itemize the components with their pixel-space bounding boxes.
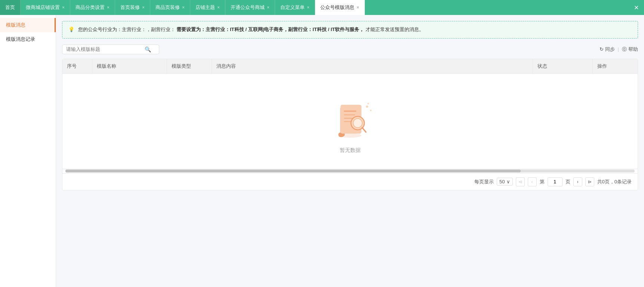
page-size-chevron: ∨ (506, 179, 510, 184)
nav-tab-open-mall[interactable]: 开通公众号商城 × (225, 0, 275, 15)
page-next-button[interactable]: › (573, 177, 582, 186)
empty-illustration (328, 96, 373, 141)
light-icon: 💡 (68, 27, 74, 32)
nav-tab-template-msg[interactable]: 公众号模版消息 × (315, 0, 365, 15)
data-table: 序号 模版名称 模版类型 消息内容 状态 操作 (62, 59, 638, 190)
nav-tab-open-mall-label: 开通公众号商城 (231, 4, 265, 11)
top-nav: 首页 微商城店铺设置 × 商品分类设置 × 首页装修 × 商品页装修 × 店铺主… (0, 0, 644, 15)
main-layout: 模版消息 模版消息记录 💡 您的公众号行业为：主营行业：，副营行业： 需要设置为… (0, 15, 644, 287)
sidebar-item-template-msg-records[interactable]: 模版消息记录 (0, 32, 56, 46)
empty-text: 暂无数据 (340, 147, 361, 154)
col-header-type: 模版类型 (167, 59, 212, 73)
sync-icon: ↻ (600, 46, 604, 52)
close-theme[interactable]: × (217, 5, 220, 10)
col-header-status: 状态 (533, 59, 593, 73)
sidebar: 模版消息 模版消息记录 (0, 15, 56, 287)
page-size-value: 50 (499, 179, 505, 184)
sync-button[interactable]: ↻ 同步 (600, 46, 615, 53)
nav-tab-home[interactable]: 首页 (0, 0, 21, 15)
nav-tab-home-decor-label: 首页装修 (120, 4, 140, 11)
scrollbar-track (65, 170, 635, 172)
toolbar-divider: | (618, 46, 619, 52)
sync-label: 同步 (605, 46, 615, 53)
search-input-wrap[interactable]: 🔍 (62, 45, 159, 54)
close-store-settings[interactable]: × (62, 5, 65, 10)
page-size-select[interactable]: 50 ∨ (497, 178, 512, 186)
svg-point-8 (366, 106, 368, 108)
help-label: 帮助 (628, 46, 638, 53)
page-first-button[interactable]: ⊲ (516, 177, 525, 186)
empty-state: 暂无数据 (62, 74, 638, 169)
nav-tab-product-decor-label: 商品页装修 (155, 4, 180, 11)
nav-tab-theme[interactable]: 店铺主题 × (190, 0, 225, 15)
close-home-decor[interactable]: × (142, 5, 145, 10)
sidebar-item-template-msg-label: 模版消息 (6, 22, 25, 28)
notice-banner: 💡 您的公众号行业为：主营行业：，副营行业： 需要设置为：主营行业：IT科技 /… (62, 21, 638, 39)
search-icon[interactable]: 🔍 (145, 46, 151, 52)
close-product-decor[interactable]: × (182, 5, 185, 10)
page-size-label: 每页显示 (474, 178, 494, 185)
scrollbar-thumb[interactable] (65, 170, 521, 172)
nav-tab-store-settings-label: 微商城店铺设置 (26, 4, 60, 11)
close-category[interactable]: × (107, 5, 110, 10)
close-open-mall[interactable]: × (267, 5, 269, 10)
horizontal-scrollbar[interactable] (62, 169, 638, 173)
page-prev-button[interactable]: ‹ (528, 177, 537, 186)
notice-highlight: 需要设置为：主营行业：IT科技 / 互联网|电子商务，副营行业：IT科技 / I… (176, 27, 364, 32)
nav-tab-home-decor[interactable]: 首页装修 × (115, 0, 150, 15)
notice-prefix: 您的公众号行业为：主营行业：，副营行业： (78, 27, 175, 32)
page-last-button[interactable]: ⊳ (585, 177, 594, 186)
page-unit: 页 (566, 178, 570, 185)
nav-tab-custom-menu[interactable]: 自定义菜单 × (275, 0, 315, 15)
col-header-action: 操作 (593, 59, 638, 73)
nav-tab-category[interactable]: 商品分类设置 × (70, 0, 115, 15)
search-input[interactable] (66, 46, 145, 52)
toolbar-right: ↻ 同步 | ⓪ 帮助 (600, 46, 638, 53)
sidebar-item-template-msg[interactable]: 模版消息 (0, 18, 56, 32)
close-all-tabs[interactable]: ✕ (629, 4, 644, 11)
help-button[interactable]: ⓪ 帮助 (622, 46, 638, 53)
col-header-content: 消息内容 (212, 59, 533, 73)
svg-point-9 (370, 110, 372, 111)
nav-tab-product-decor[interactable]: 商品页装修 × (150, 0, 190, 15)
col-header-name: 模版名称 (92, 59, 167, 73)
svg-point-10 (367, 103, 369, 104)
nav-tab-store-settings[interactable]: 微商城店铺设置 × (21, 0, 70, 15)
search-bar: 🔍 ↻ 同步 | ⓪ 帮助 (62, 45, 638, 54)
nav-tab-theme-label: 店铺主题 (195, 4, 215, 11)
content-area: 💡 您的公众号行业为：主营行业：，副营行业： 需要设置为：主营行业：IT科技 /… (56, 15, 644, 287)
nav-tab-home-label: 首页 (5, 4, 15, 11)
help-icon: ⓪ (622, 46, 627, 53)
pagination: 每页显示 50 ∨ ⊲ ‹ 第 页 › ⊳ 共0页，0条记录 (62, 173, 638, 190)
page-number-input[interactable] (548, 177, 563, 186)
notice-suffix: 才能正常发送预置的消息。 (366, 27, 424, 32)
col-header-index: 序号 (62, 59, 92, 73)
close-custom-menu[interactable]: × (307, 5, 309, 10)
svg-point-6 (353, 119, 362, 128)
nav-tab-custom-menu-label: 自定义菜单 (280, 4, 305, 11)
total-info: 共0页，0条记录 (597, 178, 632, 185)
page-label: 第 (540, 178, 545, 185)
table-header: 序号 模版名称 模版类型 消息内容 状态 操作 (62, 59, 638, 74)
svg-line-7 (362, 128, 366, 132)
close-template-msg[interactable]: × (357, 5, 359, 10)
sidebar-item-template-msg-records-label: 模版消息记录 (6, 36, 35, 42)
nav-tab-template-msg-label: 公众号模版消息 (320, 4, 354, 11)
nav-tab-category-label: 商品分类设置 (76, 4, 105, 11)
